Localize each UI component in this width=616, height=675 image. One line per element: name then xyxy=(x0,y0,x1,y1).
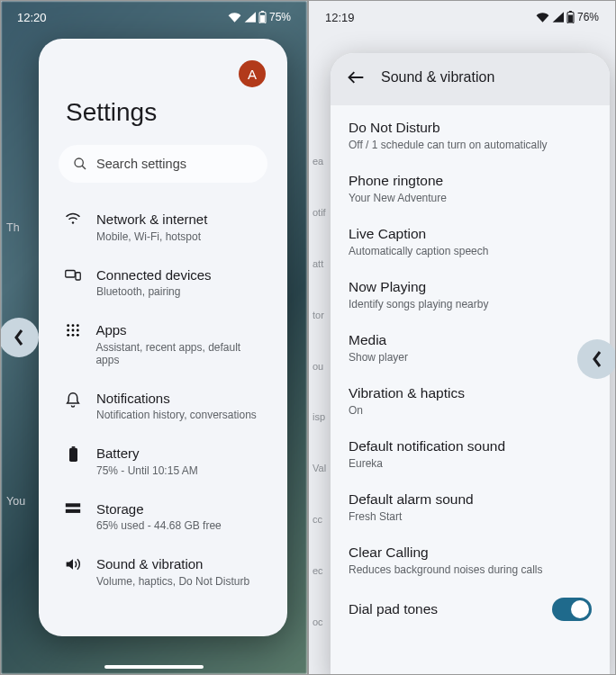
row-title: Storage xyxy=(96,500,222,518)
battery-icon xyxy=(68,446,78,463)
edge-back-indicator[interactable] xyxy=(0,318,39,357)
bell-icon xyxy=(66,392,80,408)
svg-rect-1 xyxy=(261,11,264,12)
row-apps[interactable]: AppsAssistant, recent apps, default apps xyxy=(59,310,267,378)
status-icons: 75% xyxy=(228,11,291,23)
wifi-icon xyxy=(228,12,241,22)
signal-icon xyxy=(244,12,256,22)
row-title: Network & internet xyxy=(96,211,207,229)
row-ringtone[interactable]: Phone ringtoneYour New Adventure xyxy=(331,162,610,215)
svg-point-10 xyxy=(77,324,79,327)
row-battery[interactable]: Battery75% - Until 10:15 AM xyxy=(59,433,267,489)
toggle-switch[interactable] xyxy=(552,598,592,621)
row-title: Apps xyxy=(95,321,262,339)
row-title: Sound & vibration xyxy=(96,555,249,573)
svg-point-5 xyxy=(72,221,74,223)
svg-rect-2 xyxy=(260,15,265,22)
svg-point-15 xyxy=(71,334,74,337)
svg-point-12 xyxy=(71,329,74,332)
row-notif-sound[interactable]: Default notification soundEureka xyxy=(331,428,610,481)
row-live-caption[interactable]: Live CaptionAutomatically caption speech xyxy=(331,215,610,268)
svg-point-14 xyxy=(67,334,69,337)
svg-point-13 xyxy=(77,329,79,332)
row-dial-pad-tones[interactable]: Dial pad tones xyxy=(331,587,610,632)
svg-rect-23 xyxy=(568,15,573,22)
edge-back-indicator[interactable] xyxy=(577,339,616,379)
status-time: 12:19 xyxy=(325,11,355,24)
sound-list: Do Not DisturbOff / 1 schedule can turn … xyxy=(331,105,610,635)
row-sub: 65% used - 44.68 GB free xyxy=(96,519,222,532)
sheet-header: Sound & vibration xyxy=(331,53,610,105)
screenshot-settings-home: 12:20 75% Th You A Settings Search setti… xyxy=(0,0,308,675)
svg-point-8 xyxy=(67,324,69,327)
page-title: Sound & vibration xyxy=(381,69,494,86)
battery-percent: 75% xyxy=(269,11,291,23)
sound-sheet: Sound & vibration Do Not DisturbOff / 1 … xyxy=(331,53,610,675)
svg-rect-20 xyxy=(66,508,80,512)
status-time: 12:20 xyxy=(17,11,47,24)
row-title: Battery xyxy=(96,445,198,463)
back-arrow-icon[interactable] xyxy=(347,70,365,85)
search-icon xyxy=(73,157,87,171)
row-connected-devices[interactable]: Connected devicesBluetooth, pairing xyxy=(59,255,267,310)
screenshot-sound-settings: 12:19 76% ea otif att tor ou isp Val cc … xyxy=(308,0,616,675)
row-now-playing[interactable]: Now PlayingIdentify songs playing nearby xyxy=(331,268,610,321)
devices-icon xyxy=(65,268,81,281)
svg-rect-19 xyxy=(66,503,80,507)
home-indicator[interactable] xyxy=(104,665,204,669)
row-alarm-sound[interactable]: Default alarm soundFresh Start xyxy=(331,481,610,534)
row-clear-calling[interactable]: Clear CallingReduces background noises d… xyxy=(331,534,610,587)
wifi-icon xyxy=(536,12,549,22)
svg-rect-7 xyxy=(76,272,80,279)
row-media[interactable]: MediaShow player xyxy=(331,321,610,374)
row-sub: Notification history, conversations xyxy=(96,409,257,421)
background-card-hints: Th You xyxy=(6,91,46,638)
svg-rect-17 xyxy=(69,448,77,462)
status-bar: 12:20 75% xyxy=(1,1,307,28)
avatar[interactable]: A xyxy=(239,60,266,87)
status-bar: 12:19 76% xyxy=(309,1,615,28)
signal-icon xyxy=(552,12,564,22)
svg-rect-22 xyxy=(569,11,572,12)
status-icons: 76% xyxy=(536,11,599,23)
battery-icon xyxy=(258,11,267,23)
settings-list: Network & internetMobile, Wi-Fi, hotspot… xyxy=(59,199,267,599)
row-network[interactable]: Network & internetMobile, Wi-Fi, hotspot xyxy=(59,199,267,255)
chevron-left-icon xyxy=(12,328,26,346)
settings-sheet: A Settings Search settings Network & int… xyxy=(39,39,287,636)
row-sub: Bluetooth, pairing xyxy=(96,285,212,298)
svg-point-16 xyxy=(77,334,79,337)
volume-icon xyxy=(65,557,81,572)
row-dnd[interactable]: Do Not DisturbOff / 1 schedule can turn … xyxy=(331,109,610,162)
row-sub: Volume, haptics, Do Not Disturb xyxy=(96,575,249,588)
row-notifications[interactable]: NotificationsNotification history, conve… xyxy=(59,378,267,434)
svg-point-11 xyxy=(67,329,69,332)
svg-line-4 xyxy=(82,166,86,169)
chevron-left-icon xyxy=(590,350,604,368)
row-title: Connected devices xyxy=(96,266,212,284)
row-storage[interactable]: Storage65% used - 44.68 GB free xyxy=(59,489,267,544)
search-input[interactable]: Search settings xyxy=(59,145,267,183)
row-sound[interactable]: Sound & vibrationVolume, haptics, Do Not… xyxy=(59,544,267,599)
row-title: Notifications xyxy=(96,390,257,408)
svg-point-9 xyxy=(71,324,74,327)
storage-icon xyxy=(65,502,81,515)
battery-icon xyxy=(566,11,575,23)
search-placeholder: Search settings xyxy=(96,157,186,171)
row-vibration[interactable]: Vibration & hapticsOn xyxy=(331,374,610,428)
apps-icon xyxy=(66,323,80,338)
row-sub: Mobile, Wi-Fi, hotspot xyxy=(96,230,207,243)
svg-point-3 xyxy=(75,158,83,166)
wifi-icon xyxy=(65,212,81,225)
row-sub: 75% - Until 10:15 AM xyxy=(96,464,198,477)
svg-rect-18 xyxy=(71,446,75,448)
row-sub: Assistant, recent apps, default apps xyxy=(95,341,262,366)
page-title: Settings xyxy=(66,98,267,127)
battery-percent: 76% xyxy=(577,11,599,23)
svg-rect-6 xyxy=(66,270,76,277)
